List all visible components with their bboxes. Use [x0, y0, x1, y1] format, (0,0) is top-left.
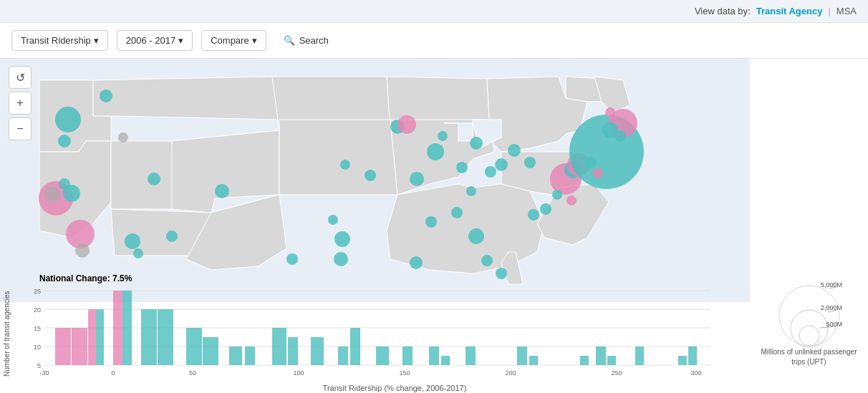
svg-rect-60 — [688, 346, 697, 365]
svg-rect-44 — [288, 337, 298, 365]
top-bar: View data by: Transit Agency | MSA — [0, 0, 868, 23]
zoom-in-button[interactable]: + — [9, 92, 32, 115]
bubble-spokane[interactable] — [100, 89, 112, 102]
bubble-portland-me[interactable] — [605, 107, 615, 117]
bubble-stl[interactable] — [410, 172, 424, 186]
search-label: Search — [299, 35, 329, 46]
svg-rect-33 — [88, 309, 96, 365]
metric-button[interactable]: Transit Ridership ▾ — [11, 30, 108, 51]
bubble-nashville[interactable] — [451, 207, 463, 218]
bubble-houston[interactable] — [334, 252, 348, 266]
bubble-milwaukee[interactable] — [438, 131, 448, 141]
map-controls: ↺ + − — [9, 66, 32, 140]
bubble-indy[interactable] — [456, 162, 468, 173]
year-button[interactable]: 2006 - 2017 ▾ — [117, 30, 193, 51]
svg-rect-50 — [429, 346, 439, 365]
svg-rect-38 — [158, 309, 173, 365]
bubble-tampa[interactable] — [481, 255, 493, 266]
bubble-detroit[interactable] — [470, 137, 483, 150]
transit-agency-link[interactable]: Transit Agency — [756, 6, 823, 16]
bubble-tucson[interactable] — [133, 248, 143, 258]
bubble-nj1[interactable] — [585, 157, 597, 168]
svg-rect-36 — [122, 291, 132, 365]
zoom-out-button[interactable]: − — [9, 117, 32, 140]
year-label: 2006 - 2017 — [126, 35, 175, 46]
svg-text:300: 300 — [690, 369, 701, 377]
bubble-phoenix[interactable] — [125, 233, 140, 249]
svg-rect-41 — [229, 346, 242, 365]
bubble-okc[interactable] — [328, 215, 338, 225]
bubble-boise[interactable] — [118, 132, 128, 142]
bubble-pittsburgh[interactable] — [524, 157, 536, 168]
svg-rect-45 — [311, 337, 324, 365]
bubble-atlanta[interactable] — [468, 228, 484, 244]
svg-marker-12 — [279, 120, 397, 195]
bubble-portland[interactable] — [58, 135, 71, 147]
search-icon: 🔍 — [284, 35, 295, 46]
bubble-cleveland[interactable] — [508, 144, 521, 157]
svg-point-70 — [779, 286, 839, 346]
compare-chevron-icon: ▾ — [252, 35, 257, 46]
svg-text:5,000M: 5,000M — [820, 281, 842, 288]
bubble-cincinnati[interactable] — [485, 166, 496, 178]
bubble-nola[interactable] — [410, 256, 423, 269]
svg-text:150: 150 — [399, 369, 410, 377]
bubble-denver[interactable] — [215, 184, 229, 198]
separator: | — [828, 6, 830, 16]
svg-rect-47 — [350, 328, 360, 365]
bubble-norfolk[interactable] — [566, 195, 577, 205]
bubble-charlotte[interactable] — [528, 209, 539, 220]
svg-text:20: 20 — [34, 306, 41, 314]
bubble-sacramento[interactable] — [59, 178, 70, 190]
svg-text:2,000M: 2,000M — [820, 304, 842, 311]
bubble-omaha[interactable] — [340, 160, 350, 170]
bubble-memphis[interactable] — [425, 216, 437, 228]
svg-rect-53 — [517, 346, 527, 365]
bubble-sd[interactable] — [75, 243, 90, 258]
svg-rect-37 — [141, 309, 157, 365]
bubble-raleigh[interactable] — [540, 203, 551, 215]
svg-text:25: 25 — [34, 288, 41, 295]
svg-marker-2 — [93, 77, 279, 120]
bubble-kc[interactable] — [365, 170, 376, 181]
compare-button[interactable]: Compare ▾ — [201, 30, 266, 51]
main-content: ↺ + − — [0, 59, 868, 393]
svg-text:100: 100 — [293, 369, 304, 377]
bubble-msp2[interactable] — [397, 115, 416, 134]
bubble-columbus[interactable] — [495, 158, 508, 171]
bubble-seattle[interactable] — [55, 107, 81, 132]
bubble-satx[interactable] — [286, 253, 298, 265]
bubble-nj2[interactable] — [593, 168, 603, 178]
bubble-slc[interactable] — [148, 173, 160, 185]
bubble-louisville[interactable] — [466, 186, 476, 196]
svg-rect-34 — [96, 309, 104, 365]
svg-text:250: 250 — [611, 369, 622, 377]
x-axis-label: Transit Ridership (% change, 2006-2017) — [39, 384, 750, 392]
chart-title: National Change: 7.5% — [0, 271, 750, 283]
us-map-svg — [0, 59, 750, 302]
compare-label: Compare — [211, 35, 249, 46]
svg-rect-51 — [441, 356, 450, 365]
bubble-sac2[interactable] — [44, 187, 60, 203]
svg-rect-57 — [607, 356, 616, 365]
svg-rect-52 — [466, 346, 476, 365]
bubble-abq[interactable] — [166, 231, 178, 242]
metric-chevron-icon: ▾ — [94, 35, 99, 46]
toolbar: Transit Ridership ▾ 2006 - 2017 ▾ Compar… — [0, 23, 868, 59]
msa-link[interactable]: MSA — [836, 6, 857, 16]
map-area[interactable]: ↺ + − — [0, 59, 750, 393]
legend-panel: 5,000M 2,000M 500M Millions of unlinked … — [750, 59, 868, 393]
svg-rect-31 — [55, 328, 71, 365]
bubble-providence[interactable] — [614, 130, 626, 142]
svg-marker-8 — [111, 141, 175, 209]
bubble-dallas[interactable] — [334, 231, 350, 247]
svg-rect-43 — [272, 328, 286, 365]
metric-label: Transit Ridership — [21, 35, 91, 46]
search-button[interactable]: 🔍 Search — [275, 31, 337, 50]
bubble-richmond[interactable] — [552, 190, 562, 200]
svg-rect-59 — [678, 356, 687, 365]
reset-button[interactable]: ↺ — [9, 66, 32, 89]
legend-description: Millions of unlinked passenger trips (UP… — [757, 347, 861, 367]
bubble-chicago[interactable] — [427, 143, 444, 160]
svg-rect-40 — [203, 337, 218, 365]
